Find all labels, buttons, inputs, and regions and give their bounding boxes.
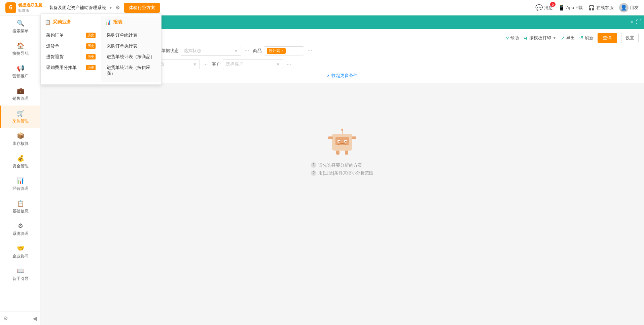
sidebar-item-basic-info[interactable]: 📋 基础信息 bbox=[0, 196, 40, 218]
collapse-up-icon: ∧ bbox=[327, 73, 330, 78]
industry-btn[interactable]: 体验行业方案 bbox=[124, 3, 160, 13]
empty-svg bbox=[322, 124, 362, 157]
dropdown-report-4[interactable]: 进货单统计表（按供应商） bbox=[105, 62, 157, 79]
svg-rect-11 bbox=[352, 136, 356, 139]
history-badge-2: 历史 bbox=[86, 54, 96, 59]
sidebar-item-home[interactable]: 🏠 快捷导航 bbox=[0, 38, 40, 60]
purchase-col: 📋 采购业务 采购订单 历史 进货单 历史 进货退货 历史 采购费用分摊单 历史 bbox=[41, 16, 101, 82]
goods-input[interactable]: 设计素 × bbox=[264, 46, 304, 55]
dropdown-purchase-order[interactable]: 采购订单 历史 bbox=[45, 30, 97, 41]
sidebar-item-purchase[interactable]: 🛒 采购管理 bbox=[0, 106, 40, 128]
topbar-right: 💬 消息 5 📱 App下载 🎧 在线客服 👤 用友 bbox=[535, 3, 639, 12]
tab-maximize-icon[interactable]: ⛶ bbox=[636, 19, 641, 25]
bill-status-filter: 单据状态 选择状态 ▼ ··· bbox=[161, 46, 249, 56]
empty-state: 1 请先选择要分析的方案 2 用[过滤]条件来缩小分析范围 bbox=[40, 83, 644, 217]
purchase-col-title: 📋 采购业务 bbox=[45, 19, 97, 27]
dropdown-report-3[interactable]: 进货单统计表（按商品） bbox=[105, 51, 157, 62]
goods-dots-icon[interactable]: ··· bbox=[308, 48, 312, 54]
system-icon: ⚙ bbox=[18, 222, 23, 230]
help-icon: ? bbox=[506, 35, 509, 41]
purchase-icon: 🛒 bbox=[17, 110, 24, 117]
home-icon: 🏠 bbox=[17, 42, 24, 49]
svg-rect-9 bbox=[345, 151, 348, 155]
sales-icon: 💼 bbox=[17, 87, 24, 94]
svg-rect-10 bbox=[328, 136, 333, 139]
customer-label: 客户 bbox=[212, 61, 221, 67]
dropdown-report-2[interactable]: 采购订单执行表 bbox=[105, 41, 157, 51]
refresh-icon: ↺ bbox=[579, 35, 583, 41]
empty-tip-1: 1 请先选择要分析的方案 bbox=[311, 161, 373, 169]
sidebar: 🔍 搜索菜单 🏠 快捷导航 📢 营销推广 💼 销售管理 🛒 采购管理 📦 库存核… bbox=[0, 15, 40, 325]
sidebar-item-system[interactable]: ⚙ 系统管理 bbox=[0, 218, 40, 241]
dropdown-expense[interactable]: 采购费用分摊单 历史 bbox=[45, 62, 97, 73]
sidebar-item-marketing[interactable]: 📢 营销推广 bbox=[0, 60, 40, 83]
dropdown-columns: 📋 采购业务 采购订单 历史 进货单 历史 进货退货 历史 采购费用分摊单 历史 bbox=[41, 16, 161, 82]
collapse-sidebar-icon[interactable]: ◀ bbox=[33, 315, 37, 322]
print-btn[interactable]: 🖨 按模板打印 ▼ bbox=[523, 35, 557, 41]
report-title-icon: 📊 bbox=[105, 19, 111, 25]
salesperson-dots-icon[interactable]: ··· bbox=[203, 61, 208, 67]
title-arrow-icon: ▼ bbox=[109, 5, 113, 10]
empty-tip-2: 2 用[过滤]条件来缩小分析范围 bbox=[311, 169, 373, 177]
help-btn[interactable]: ? 帮助 bbox=[506, 35, 519, 41]
customer-dots-icon[interactable]: ··· bbox=[287, 61, 291, 67]
salesperson-arrow-icon: ▼ bbox=[192, 62, 197, 67]
sidebar-item-search[interactable]: 🔍 搜索菜单 bbox=[0, 15, 40, 38]
online-service-btn[interactable]: 🎧 在线客服 bbox=[588, 4, 614, 11]
logo-icon: 6 bbox=[5, 2, 16, 13]
report-col-title: 📊 报表 bbox=[105, 19, 157, 27]
refresh-btn[interactable]: ↺ 刷新 bbox=[579, 35, 594, 41]
tab-minimize-icon[interactable]: × bbox=[630, 19, 633, 25]
sidebar-item-finance[interactable]: 💰 资金管理 bbox=[0, 151, 40, 173]
purchase-dropdown-menu: 📋 采购业务 采购订单 历史 进货单 历史 进货退货 历史 采购费用分摊单 历史 bbox=[40, 13, 162, 85]
app-download-btn[interactable]: 📱 App下载 bbox=[558, 4, 583, 11]
customer-filter: 客户 选择客户 ▼ ··· bbox=[212, 59, 291, 69]
customer-select[interactable]: 选择客户 ▼ bbox=[223, 59, 283, 69]
goods-label: 商品 bbox=[253, 48, 262, 54]
user-btn[interactable]: 👤 用友 bbox=[619, 3, 639, 12]
logo-text: 畅捷通好生意 标准版 bbox=[18, 2, 42, 13]
collapse-btn[interactable]: ∧ 收起更多条件 bbox=[327, 73, 358, 79]
message-icon: 💬 bbox=[535, 4, 543, 11]
query-btn[interactable]: 查询 bbox=[598, 33, 617, 43]
goods-tag-close-icon[interactable]: × bbox=[281, 49, 283, 53]
history-badge-0: 历史 bbox=[86, 33, 96, 38]
goods-filter: 商品 设计素 × ··· bbox=[253, 46, 312, 55]
avatar: 👤 bbox=[619, 3, 629, 12]
export-icon: ↗ bbox=[561, 35, 565, 41]
tab-bar-controls: × ⛶ bbox=[630, 19, 641, 25]
dropdown-inbound[interactable]: 进货单 历史 bbox=[45, 41, 97, 51]
marketing-icon: 📢 bbox=[17, 65, 24, 72]
sidebar-item-management[interactable]: 📊 经营管理 bbox=[0, 173, 40, 196]
message-btn[interactable]: 💬 消息 5 bbox=[535, 4, 553, 11]
setting-btn[interactable]: 设置 bbox=[621, 33, 639, 43]
export-btn[interactable]: ↗ 导出 bbox=[561, 35, 575, 41]
settings-gear-icon[interactable]: ⚙ bbox=[115, 4, 120, 11]
guide-icon: 📖 bbox=[17, 267, 24, 275]
phone-icon: 📱 bbox=[558, 4, 565, 11]
sidebar-bottom: ⚙ ◀ bbox=[0, 312, 40, 325]
bill-status-select[interactable]: 选择状态 ▼ bbox=[181, 46, 241, 56]
sidebar-item-guide[interactable]: 📖 新手引导 bbox=[0, 263, 40, 286]
cooperation-icon: 🤝 bbox=[17, 245, 24, 252]
purchase-title-icon: 📋 bbox=[45, 19, 50, 25]
print-icon: 🖨 bbox=[523, 35, 528, 41]
svg-rect-8 bbox=[336, 151, 339, 155]
empty-illustration bbox=[322, 124, 362, 157]
svg-point-4 bbox=[338, 141, 340, 142]
goods-tag: 设计素 × bbox=[267, 48, 285, 54]
report-col: 📊 报表 采购订单统计表 采购订单执行表 进货单统计表（按商品） 进货单统计表（… bbox=[101, 16, 162, 82]
system-title: 装备及固定资产辅助管理系统 ▼ ⚙ bbox=[49, 4, 120, 11]
sidebar-item-cooperation[interactable]: 🤝 企业协同 bbox=[0, 241, 40, 263]
svg-point-7 bbox=[341, 129, 343, 131]
inventory-icon: 📦 bbox=[17, 132, 24, 139]
bill-status-arrow-icon: ▼ bbox=[234, 48, 238, 53]
dropdown-report-1[interactable]: 采购订单统计表 bbox=[105, 30, 157, 41]
sidebar-item-sales[interactable]: 💼 销售管理 bbox=[0, 83, 40, 106]
history-badge-3: 历史 bbox=[86, 65, 96, 70]
settings-bottom-icon[interactable]: ⚙ bbox=[3, 315, 8, 322]
dropdown-return[interactable]: 进货退货 历史 bbox=[45, 51, 97, 62]
bill-status-dots-icon[interactable]: ··· bbox=[245, 48, 249, 54]
sidebar-item-inventory[interactable]: 📦 库存核算 bbox=[0, 128, 40, 151]
customer-arrow-icon: ▼ bbox=[276, 62, 280, 67]
